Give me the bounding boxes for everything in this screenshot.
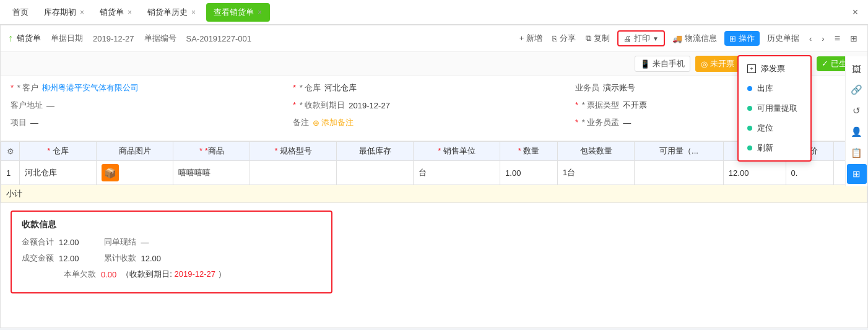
right-sidebar: 🖼 🔗 ↺ 👤 📋 ⊞ xyxy=(845,56,867,186)
ticket-type-field: * * 票据类型 不开票 xyxy=(575,100,857,111)
transaction-value: 12.00 xyxy=(59,254,79,263)
form-title-text: 销货单 xyxy=(17,33,41,44)
product-image: 📦 xyxy=(102,164,119,181)
customer-label: * * 客户 xyxy=(11,82,38,93)
new-button[interactable]: + 新增 xyxy=(517,32,545,45)
grid-view-button[interactable]: ⊞ xyxy=(848,32,860,45)
invoice-icon: + xyxy=(747,64,756,73)
refresh-dot-icon xyxy=(747,145,752,150)
sales-order-icon: ↑ xyxy=(8,33,13,44)
tab-bar: 首页 库存期初 × 销货单 × 销货单历史 × 查看销货单 × × xyxy=(0,0,868,25)
address-label: 客户地址 xyxy=(11,100,43,111)
extract-dot-icon xyxy=(747,106,752,111)
transaction-label: 成交金额 xyxy=(22,253,54,264)
customer-field: * * 客户 柳州粤港平安气体有限公司 xyxy=(11,82,293,93)
payment-title: 收款信息 xyxy=(22,219,321,230)
main-content: ↑ 销货单 单据日期 2019-12-27 单据编号 SA-20191227-0… xyxy=(0,25,868,328)
cell-min-stock xyxy=(337,161,414,185)
form-title-area: ↑ 销货单 xyxy=(8,33,41,44)
history-button[interactable]: 历史单据 xyxy=(765,32,802,45)
print-button[interactable]: 🖨 打印 ▼ xyxy=(617,30,665,46)
sidebar-user-icon[interactable]: 👤 xyxy=(847,122,867,142)
sales-staff-value: — xyxy=(623,118,697,128)
same-order-value: — xyxy=(141,238,149,247)
tab-inventory-close[interactable]: × xyxy=(80,8,84,17)
sidebar-expand-icon[interactable]: ⊞ xyxy=(847,164,867,184)
same-order-label: 同单现结 xyxy=(104,237,136,248)
date-label: 单据日期 xyxy=(51,33,83,44)
ops-icon: ⊞ xyxy=(729,34,736,43)
payment-row-2: 成交金额 12.00 累计收款 12.00 xyxy=(22,253,321,264)
due-date-field: * * 收款到期日 2019-12-27 xyxy=(293,100,575,111)
warehouse-value: 河北仓库 xyxy=(324,82,399,93)
arrears-note: （收款到期日: 2019-12-27 ） xyxy=(121,269,225,280)
prev-button[interactable]: ‹ xyxy=(807,33,814,45)
plus-icon: ⊕ xyxy=(313,118,319,128)
sales-staff-field: * * 业务员孟 — xyxy=(575,117,857,128)
col-min-stock: 最低库存 xyxy=(337,142,414,161)
copy-button[interactable]: ⧉ 复制 xyxy=(583,32,612,45)
next-button[interactable]: › xyxy=(819,33,827,45)
col-product: * *商品 xyxy=(173,142,250,161)
sidebar-link-icon[interactable]: 🔗 xyxy=(847,80,867,100)
arrears-value: 0.00 xyxy=(101,270,116,279)
toolbar-actions: + 新增 ⎘ 分享 ⧉ 复制 🖨 打印 ▼ 🚚 物流信息 ⊞ 操作 xyxy=(517,30,860,46)
ops-button[interactable]: ⊞ 操作 xyxy=(724,31,760,46)
tab-view-sales-close[interactable]: × xyxy=(258,8,262,17)
form-header: ↑ 销货单 单据日期 2019-12-27 单据编号 SA-20191227-0… xyxy=(1,25,867,52)
ops-dropdown-menu: + 添发票 出库 可用量提取 定位 刷新 xyxy=(737,55,812,162)
mobile-button[interactable]: 📱 来自手机 xyxy=(635,56,690,72)
tab-view-sales[interactable]: 查看销货单 × xyxy=(206,3,270,22)
tab-sales-history-close[interactable]: × xyxy=(191,8,196,17)
sidebar-clipboard-icon[interactable]: 📋 xyxy=(847,143,867,163)
effective-check-icon: ✓ xyxy=(822,59,828,68)
staff-label: 业务员 xyxy=(575,82,599,93)
dropdown-add-invoice[interactable]: + 添发票 xyxy=(739,59,810,79)
col-spec: * 规格型号 xyxy=(250,142,337,161)
ticket-type-value: 不开票 xyxy=(623,100,697,111)
cumulative-item: 累计收款 12.00 xyxy=(104,253,162,264)
dropdown-available-extract[interactable]: 可用量提取 xyxy=(739,98,810,118)
tab-home[interactable]: 首页 xyxy=(5,0,37,24)
col-sales-unit: * 销售单位 xyxy=(414,142,500,161)
logistics-button[interactable]: 🚚 物流信息 xyxy=(670,32,719,45)
total-label: 金额合计 xyxy=(22,237,54,248)
dropdown-refresh[interactable]: 刷新 xyxy=(739,138,810,158)
cell-product-img: 📦 xyxy=(97,161,173,185)
locate-dot-icon xyxy=(747,126,752,131)
col-settings[interactable]: ⚙ xyxy=(1,142,20,161)
dropdown-outbound[interactable]: 出库 xyxy=(739,79,810,98)
cell-quantity: 1.00 xyxy=(500,161,558,185)
outbound-dot-icon xyxy=(747,86,752,91)
sidebar-image-icon[interactable]: 🖼 xyxy=(847,59,867,79)
window-close-button[interactable]: × xyxy=(848,4,863,20)
dropdown-locate[interactable]: 定位 xyxy=(739,118,810,138)
subtotal-label: 小计 xyxy=(1,185,867,203)
sidebar-refresh-icon[interactable]: ↺ xyxy=(847,101,867,121)
tab-inventory[interactable]: 库存期初 × xyxy=(37,0,92,24)
arrears-label: 本单欠款 xyxy=(64,269,96,280)
tab-sales-close[interactable]: × xyxy=(128,8,132,17)
payment-row-3: 本单欠款 0.00 （收款到期日: 2019-12-27 ） xyxy=(22,269,321,280)
unopened-button[interactable]: ◎ 未开票 xyxy=(695,56,740,72)
col-package-qty: 包装数量 xyxy=(558,142,635,161)
warehouse-label: * * 仓库 xyxy=(293,82,321,93)
tab-sales[interactable]: 销货单 × xyxy=(92,0,140,24)
add-note-button[interactable]: ⊕ 添加备注 xyxy=(313,117,354,128)
col-warehouse: * 仓库 xyxy=(20,142,97,161)
warehouse-field: * * 仓库 河北仓库 xyxy=(293,82,575,93)
transaction-item: 成交金额 12.00 xyxy=(22,253,79,264)
payment-info-panel: 收款信息 金额合计 12.00 同单现结 — 成交金额 12.00 累计收款 xyxy=(11,211,332,293)
tab-sales-history[interactable]: 销货单历史 × xyxy=(140,0,204,24)
form-meta: 单据日期 2019-12-27 单据编号 SA-20191227-001 xyxy=(51,33,251,44)
field-row-1: * * 客户 柳州粤港平安气体有限公司 * * 仓库 河北仓库 业务员 演示账号 xyxy=(11,82,857,93)
date-value: 2019-12-27 xyxy=(93,34,134,43)
list-view-button[interactable]: ≡ xyxy=(832,32,843,45)
arrears-item: 本单欠款 0.00 （收款到期日: 2019-12-27 ） xyxy=(22,269,226,280)
due-date-value: 2019-12-27 xyxy=(349,101,423,110)
gear-icon[interactable]: ⚙ xyxy=(7,147,14,156)
share-button[interactable]: ⎘ 分享 xyxy=(550,32,578,45)
cell-spec xyxy=(250,161,337,185)
customer-value[interactable]: 柳州粤港平安气体有限公司 xyxy=(42,82,139,93)
cell-index: 1 xyxy=(1,161,20,185)
